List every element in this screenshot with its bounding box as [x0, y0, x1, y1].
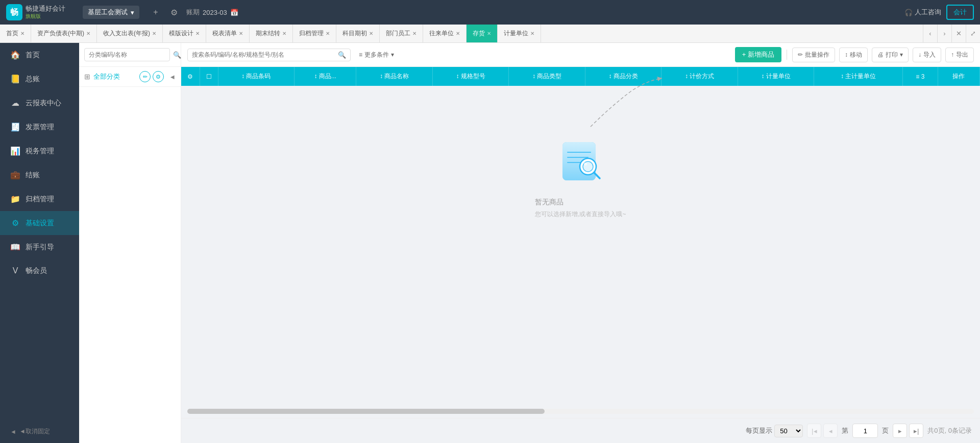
sidebar-item-guide[interactable]: 📖 新手引导	[0, 235, 79, 259]
add-product-btn[interactable]: + 新增商品	[735, 47, 781, 62]
sidebar-item-ledger[interactable]: 📒 总账	[0, 67, 79, 91]
category-search-input[interactable]	[84, 48, 170, 61]
settings-icon: ⚙	[10, 218, 20, 228]
tab-next-btn[interactable]: ›	[937, 25, 951, 43]
print-btn[interactable]: 🖨 打印 ▾	[872, 48, 909, 62]
calendar-icon[interactable]: 📅	[230, 9, 238, 16]
tab-expand-btn[interactable]: ⤢	[966, 25, 980, 43]
tab-inventory[interactable]: 存货 ✕	[467, 25, 498, 43]
period-label: 账期	[186, 8, 200, 17]
workspace-name: 基层工会测试	[88, 8, 128, 17]
scrollbar-thumb[interactable]	[187, 409, 545, 414]
tab-period-close[interactable]: ✕	[282, 31, 286, 36]
product-search-input[interactable]	[192, 51, 336, 58]
sidebar-item-cloud-label: 云报表中心	[26, 99, 61, 108]
batch-operation-btn[interactable]: ✏ 批量操作	[792, 48, 835, 62]
th-col3[interactable]: ≡ 3	[903, 67, 938, 86]
sidebar-item-close-account[interactable]: 💼 结账	[0, 163, 79, 187]
all-category-label[interactable]: 全部分类	[93, 72, 120, 81]
sidebar-item-invoice[interactable]: 🧾 发票管理	[0, 115, 79, 139]
th-settings[interactable]: ⚙	[181, 67, 200, 86]
tab-period-end[interactable]: 期末结转 ✕	[250, 25, 293, 43]
filter-btn[interactable]: ≡ 更多条件 ▾	[355, 49, 398, 61]
sidebar-item-member[interactable]: V 畅会员	[0, 259, 79, 283]
tab-dept-close[interactable]: ✕	[412, 31, 416, 36]
tab-archive[interactable]: 归档管理 ✕	[293, 25, 336, 43]
sidebar-item-tax-label: 税务管理	[26, 147, 54, 156]
sidebar-item-ledger-label: 总账	[26, 75, 40, 84]
workspace-selector[interactable]: 基层工会测试 ▾	[83, 6, 139, 19]
tab-subject-close[interactable]: ✕	[369, 31, 373, 36]
category-settings-btn[interactable]: ⚙	[153, 71, 164, 82]
per-page-label: 每页显示	[746, 426, 772, 435]
tab-contacts-close[interactable]: ✕	[456, 31, 460, 36]
tab-income-close[interactable]: ✕	[152, 31, 156, 36]
print-label: 打印	[886, 51, 898, 59]
tab-unit-close[interactable]: ✕	[530, 31, 534, 36]
tab-contacts[interactable]: 往来单位 ✕	[423, 25, 467, 43]
horizontal-scrollbar[interactable]	[187, 409, 974, 414]
page-number-input[interactable]	[852, 424, 878, 438]
sidebar-item-basic-settings[interactable]: ⚙ 基础设置	[0, 211, 79, 235]
add-workspace-btn[interactable]: +	[149, 5, 163, 19]
tab-template[interactable]: 模版设计 ✕	[163, 25, 206, 43]
prev-page-btn[interactable]: ◂	[823, 424, 838, 438]
tab-inventory-close[interactable]: ✕	[487, 31, 491, 36]
tab-subject-init[interactable]: 科目期初 ✕	[336, 25, 380, 43]
th-unit[interactable]: ↕ 计量单位	[738, 67, 814, 86]
tab-tax-close[interactable]: ✕	[239, 31, 243, 36]
sidebar-item-home[interactable]: 🏠 首页	[0, 43, 79, 67]
th-spec[interactable]: ↕ 规格型号	[432, 67, 509, 86]
tab-prev-btn[interactable]: ‹	[923, 25, 937, 43]
th-barcode[interactable]: ↕ 商品条码	[218, 67, 295, 86]
account-btn[interactable]: 会计	[946, 5, 974, 20]
th-name[interactable]: ↕ 商品名称	[356, 67, 433, 86]
per-page-select[interactable]: 20 50 100 200	[774, 425, 803, 437]
th-type[interactable]: ↕ 商品类型	[509, 67, 585, 86]
tab-archive-close[interactable]: ✕	[326, 31, 330, 36]
sidebar-item-archive[interactable]: 📁 归档管理	[0, 187, 79, 211]
sidebar-item-cloud-report[interactable]: ☁ 云报表中心	[0, 91, 79, 115]
th-code[interactable]: ↕ 商品...	[295, 67, 356, 86]
tab-balance-sheet-close[interactable]: ✕	[86, 31, 90, 36]
tab-close-all-btn[interactable]: ✕	[951, 25, 966, 43]
tab-tax-list[interactable]: 税表清单 ✕	[206, 25, 250, 43]
tab-balance-sheet-label: 资产负债表(中期)	[37, 29, 84, 38]
period-info: 账期 2023-03 📅	[186, 8, 238, 17]
export-btn[interactable]: ↑ 导出	[945, 48, 974, 62]
app-logo: 畅 畅捷通好会计 旗舰版	[6, 4, 78, 20]
sidebar-unpin-btn[interactable]: ◄ ◄取消固定	[0, 420, 79, 443]
import-btn[interactable]: ↓ 导入	[913, 48, 941, 62]
next-page-btn[interactable]: ▸	[893, 424, 907, 438]
last-page-btn[interactable]: ▸|	[909, 424, 923, 438]
category-edit-btn[interactable]: ✏	[139, 71, 151, 82]
tab-unit[interactable]: 计量单位 ✕	[498, 25, 541, 43]
customer-service-btn[interactable]: 🎧 人工咨询	[904, 8, 941, 17]
th-main-unit[interactable]: ↕ 主计量单位	[814, 67, 903, 86]
product-search-icon[interactable]: 🔍	[338, 51, 346, 59]
tab-balance-sheet[interactable]: 资产负债表(中期) ✕	[31, 25, 97, 43]
import-label: 导入	[923, 51, 936, 59]
page-label: 第	[842, 426, 848, 435]
th-price-method[interactable]: ↕ 计价方式	[662, 67, 738, 86]
tab-home-close[interactable]: ✕	[20, 31, 24, 36]
tab-template-close[interactable]: ✕	[195, 31, 200, 36]
first-page-btn[interactable]: |◂	[807, 424, 821, 438]
tab-income-statement[interactable]: 收入支出表(年报) ✕	[97, 25, 163, 43]
sidebar-item-settings-label: 基础设置	[26, 219, 54, 228]
tab-dept-staff[interactable]: 部门员工 ✕	[380, 25, 423, 43]
th-checkbox[interactable]: ☐	[200, 67, 218, 86]
sidebar-item-close-label: 结账	[26, 171, 40, 180]
tab-arrows: ‹ › ✕ ⤢	[923, 25, 980, 43]
tab-home[interactable]: 首页 ✕	[0, 25, 31, 43]
settings-btn[interactable]: ⚙	[167, 5, 181, 19]
top-bar: 畅 畅捷通好会计 旗舰版 基层工会测试 ▾ + ⚙ 账期 2023-03 📅 🎧…	[0, 0, 980, 25]
empty-state: 暂无商品 您可以选择新增,或者直接导入哦~	[181, 86, 980, 260]
sidebar-item-tax[interactable]: 📊 税务管理	[0, 139, 79, 163]
toolbar: 🔍 ≡ 更多条件 ▾ + 新增商品 ✏ 批量操作 ↕ 移动	[181, 43, 980, 67]
category-collapse-btn[interactable]: ◄	[169, 73, 176, 81]
move-btn[interactable]: ↕ 移动	[839, 48, 868, 62]
batch-label: 批量操作	[805, 51, 829, 59]
headset-icon: 🎧	[904, 9, 913, 16]
category-search-icon[interactable]: 🔍	[173, 51, 181, 59]
